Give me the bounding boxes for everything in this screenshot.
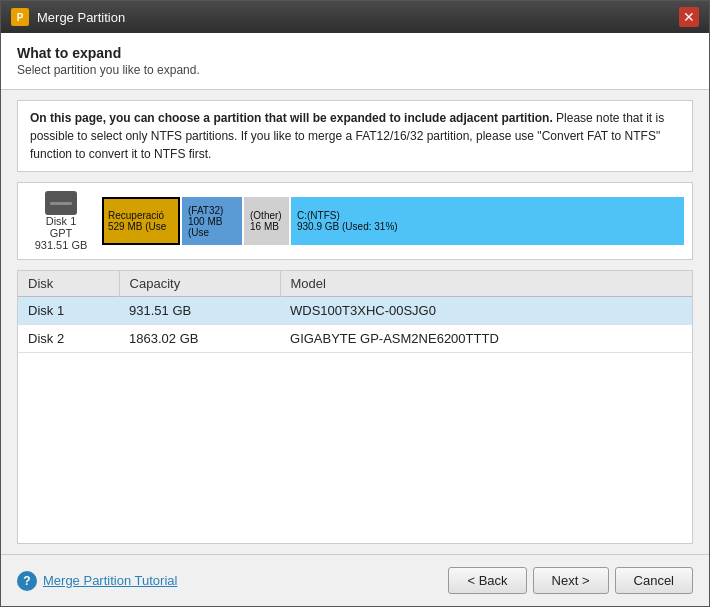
partition-recovery-label: Recuperació [108,210,174,221]
partition-fat32-sublabel: 100 MB (Use [188,216,236,238]
title-bar: P Merge Partition ✕ [1,1,709,33]
footer-left: ? Merge Partition Tutorial [17,571,177,591]
disk-visual: Disk 1 GPT 931.51 GB Recuperació 529 MB … [17,182,693,260]
cell-model: WDS100T3XHC-00SJG0 [280,297,692,325]
disk-name: Disk 1 [46,215,77,227]
partition-recovery-sublabel: 529 MB (Use [108,221,174,232]
partition-other-label: (Other) [250,210,283,221]
what-to-expand-section: What to expand Select partition you like… [1,33,709,90]
help-link[interactable]: Merge Partition Tutorial [43,573,177,588]
partition-fat32-label: (FAT32) [188,205,236,216]
partition-other-sublabel: 16 MB [250,221,283,232]
partitions-container: Recuperació 529 MB (Use (FAT32) 100 MB (… [102,197,684,245]
dialog-title: Merge Partition [37,10,125,25]
footer-buttons: < Back Next > Cancel [448,567,693,594]
cell-disk: Disk 1 [18,297,119,325]
cell-model: GIGABYTE GP-ASM2NE6200TTTD [280,325,692,353]
col-model: Model [280,271,692,297]
partition-recovery[interactable]: Recuperació 529 MB (Use [102,197,180,245]
table-row[interactable]: Disk 1 931.51 GB WDS100T3XHC-00SJG0 [18,297,692,325]
col-disk: Disk [18,271,119,297]
disk-table: Disk Capacity Model Disk 1 931.51 GB WDS… [18,271,692,353]
partition-fat32[interactable]: (FAT32) 100 MB (Use [182,197,242,245]
back-button[interactable]: < Back [448,567,526,594]
title-bar-left: P Merge Partition [11,8,125,26]
partition-ntfs[interactable]: C:(NTFS) 930.9 GB (Used: 31%) [291,197,684,245]
cell-capacity: 1863.02 GB [119,325,280,353]
section-title: What to expand [17,45,693,61]
app-icon: P [11,8,29,26]
disk-row: Disk 1 GPT 931.51 GB Recuperació 529 MB … [26,191,684,251]
disk-table-container: Disk Capacity Model Disk 1 931.51 GB WDS… [17,270,693,544]
merge-partition-dialog: P Merge Partition ✕ What to expand Selec… [0,0,710,607]
disk-table-body: Disk 1 931.51 GB WDS100T3XHC-00SJG0 Disk… [18,297,692,353]
disk-icon [45,191,77,215]
close-button[interactable]: ✕ [679,7,699,27]
next-button[interactable]: Next > [533,567,609,594]
disk-type: GPT [50,227,73,239]
cancel-button[interactable]: Cancel [615,567,693,594]
info-bold: On this page, you can choose a partition… [30,111,553,125]
table-header-row: Disk Capacity Model [18,271,692,297]
partition-ntfs-sublabel: 930.9 GB (Used: 31%) [297,221,678,232]
partition-ntfs-label: C:(NTFS) [297,210,678,221]
disk-label: Disk 1 GPT 931.51 GB [26,191,96,251]
partition-other[interactable]: (Other) 16 MB [244,197,289,245]
help-icon[interactable]: ? [17,571,37,591]
cell-capacity: 931.51 GB [119,297,280,325]
cell-disk: Disk 2 [18,325,119,353]
info-box: On this page, you can choose a partition… [17,100,693,172]
footer: ? Merge Partition Tutorial < Back Next >… [1,554,709,606]
main-content: On this page, you can choose a partition… [1,90,709,554]
col-capacity: Capacity [119,271,280,297]
disk-size: 931.51 GB [35,239,88,251]
table-row[interactable]: Disk 2 1863.02 GB GIGABYTE GP-ASM2NE6200… [18,325,692,353]
section-subtitle: Select partition you like to expand. [17,63,693,77]
